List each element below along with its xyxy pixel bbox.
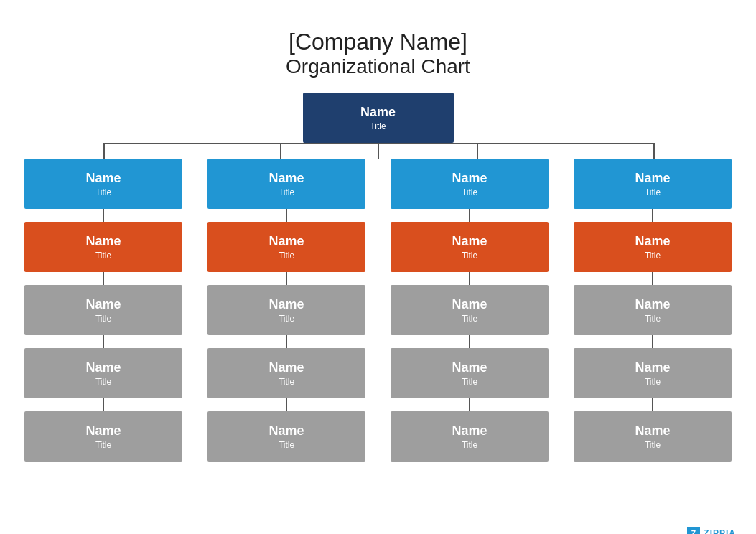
company-name-title: [Company Name] bbox=[286, 29, 470, 55]
col3-l5-name: Name bbox=[452, 423, 487, 439]
col1-l3-title: Title bbox=[95, 314, 111, 324]
col1-v4 bbox=[103, 398, 104, 411]
col2-l4-title: Title bbox=[279, 377, 294, 387]
col1-level3-node: Name Title bbox=[24, 285, 182, 335]
zippia-branding: Z ZIPPIA bbox=[687, 527, 736, 534]
col4-l2-title: Title bbox=[645, 250, 661, 261]
col3-l4-name: Name bbox=[452, 360, 487, 375]
col2-level2-node: Name Title bbox=[207, 222, 365, 272]
col4-level3-node: Name Title bbox=[574, 285, 732, 335]
col1-l5-name: Name bbox=[85, 423, 121, 439]
col1-l5-title: Title bbox=[95, 440, 111, 450]
org-chart: Name Title Name Title bbox=[22, 93, 734, 462]
col3-l4-title: Title bbox=[462, 377, 477, 387]
col3-l2-name: Name bbox=[452, 234, 487, 249]
col4-level1-node: Name Title bbox=[574, 159, 732, 209]
col3-level4-node: Name Title bbox=[391, 348, 549, 398]
col3-v1 bbox=[469, 209, 470, 222]
col3-level3-node: Name Title bbox=[391, 285, 549, 335]
col2-l4-name: Name bbox=[269, 360, 304, 375]
col3-v4 bbox=[469, 398, 470, 411]
col2-v3 bbox=[286, 335, 287, 348]
chart-title: [Company Name] Organizational Chart bbox=[286, 29, 470, 78]
col4-l5-name: Name bbox=[635, 423, 670, 439]
col4-l3-name: Name bbox=[635, 297, 670, 312]
col2-v2 bbox=[286, 272, 287, 285]
col1-l1-name: Name bbox=[85, 171, 121, 186]
col3-level5-node: Name Title bbox=[391, 411, 549, 462]
col4-l3-title: Title bbox=[645, 314, 661, 324]
col4-v1 bbox=[652, 209, 653, 222]
ceo-name: Name bbox=[360, 105, 396, 120]
col4-connector-top bbox=[653, 143, 655, 159]
col1-connector-top bbox=[103, 143, 105, 159]
zippia-logo-icon: Z bbox=[687, 527, 700, 534]
col1-level2-node: Name Title bbox=[24, 222, 182, 272]
zippia-name: ZIPPIA bbox=[704, 528, 736, 534]
col2-connector-top bbox=[280, 143, 281, 159]
col1-v2 bbox=[103, 272, 104, 285]
col1-l3-name: Name bbox=[85, 297, 121, 312]
col4-v2 bbox=[652, 272, 653, 285]
col4-v4 bbox=[652, 398, 653, 411]
col4-level2-node: Name Title bbox=[574, 222, 732, 272]
column-1: Name Title Name Title Name Title Name Ti… bbox=[23, 159, 185, 462]
column-3: Name Title Name Title Name Title Name Ti… bbox=[389, 159, 551, 462]
col4-level5-node: Name Title bbox=[574, 411, 732, 462]
col2-l2-name: Name bbox=[269, 234, 304, 249]
col2-level3-node: Name Title bbox=[207, 285, 365, 335]
col1-l2-name: Name bbox=[85, 234, 121, 249]
col1-level4-node: Name Title bbox=[24, 348, 182, 398]
four-columns: Name Title Name Title Name Title Name Ti… bbox=[23, 159, 734, 462]
col3-l5-title: Title bbox=[462, 440, 477, 450]
col3-l1-title: Title bbox=[462, 187, 477, 197]
col3-l2-title: Title bbox=[462, 250, 477, 261]
top-connectors bbox=[23, 143, 734, 159]
col3-level1-node: Name Title bbox=[391, 159, 549, 209]
col1-l1-title: Title bbox=[95, 187, 111, 197]
col2-l3-title: Title bbox=[279, 314, 294, 324]
col2-l2-title: Title bbox=[279, 250, 294, 261]
col2-l1-title: Title bbox=[279, 187, 294, 197]
col2-l5-title: Title bbox=[279, 440, 294, 450]
col4-level4-node: Name Title bbox=[574, 348, 732, 398]
column-2: Name Title Name Title Name Title Name Ti… bbox=[206, 159, 368, 462]
col1-l2-title: Title bbox=[95, 250, 111, 261]
col3-l3-name: Name bbox=[452, 297, 487, 312]
col4-l4-title: Title bbox=[645, 377, 661, 387]
col1-level5-node: Name Title bbox=[24, 411, 182, 462]
col1-l4-title: Title bbox=[95, 377, 111, 387]
col1-level1-node: Name Title bbox=[24, 159, 182, 209]
col3-v3 bbox=[469, 335, 470, 348]
col1-v3 bbox=[103, 335, 104, 348]
col4-v3 bbox=[652, 335, 653, 348]
col2-l5-name: Name bbox=[269, 423, 304, 439]
col4-l1-name: Name bbox=[635, 171, 670, 186]
col3-v2 bbox=[469, 272, 470, 285]
col4-l5-title: Title bbox=[645, 440, 661, 450]
column-4: Name Title Name Title Name Title Name Ti… bbox=[572, 159, 734, 462]
ceo-title: Title bbox=[370, 121, 386, 131]
col3-l1-name: Name bbox=[452, 171, 487, 186]
col2-l1-name: Name bbox=[269, 171, 304, 186]
col2-level1-node: Name Title bbox=[207, 159, 365, 209]
col1-v1 bbox=[103, 209, 104, 222]
col3-connector-top bbox=[477, 143, 478, 159]
page-wrapper: [Company Name] Organizational Chart Name… bbox=[0, 14, 756, 534]
col4-l4-name: Name bbox=[635, 360, 670, 375]
chart-subtitle: Organizational Chart bbox=[286, 55, 470, 78]
col2-level4-node: Name Title bbox=[207, 348, 365, 398]
col3-l3-title: Title bbox=[462, 314, 477, 324]
col2-v4 bbox=[286, 398, 287, 411]
ceo-connector-v bbox=[378, 143, 379, 159]
col2-v1 bbox=[286, 209, 287, 222]
col3-level2-node: Name Title bbox=[391, 222, 549, 272]
col2-level5-node: Name Title bbox=[207, 411, 365, 462]
col4-l2-name: Name bbox=[635, 234, 670, 249]
horizontal-bar bbox=[103, 143, 653, 144]
col1-l4-name: Name bbox=[85, 360, 121, 375]
ceo-node: Name Title bbox=[303, 93, 454, 143]
col2-l3-name: Name bbox=[269, 297, 304, 312]
col4-l1-title: Title bbox=[645, 187, 661, 197]
ceo-level: Name Title bbox=[303, 93, 454, 143]
